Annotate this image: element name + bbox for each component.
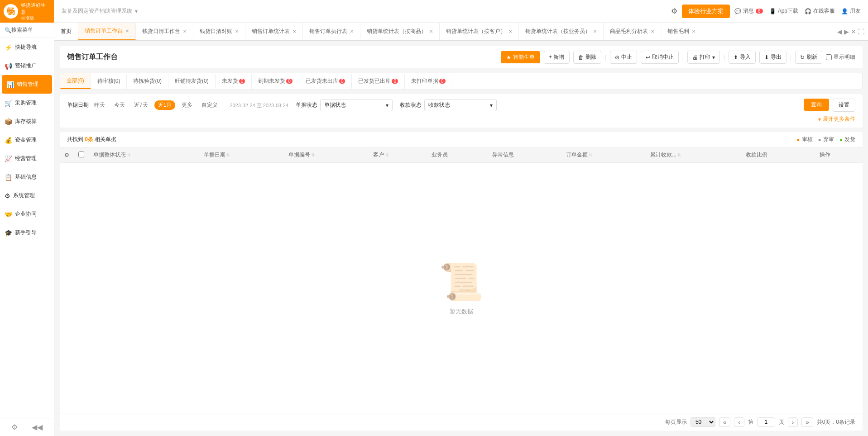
subtab-shipped-out[interactable]: 已发货已出库0 [352,74,405,89]
refresh-button[interactable]: ↻ 刷新 [795,51,822,64]
tab-sales-stats-staff[interactable]: 销货单统计表（按业务员） ✕ [519,23,604,40]
user-action[interactable]: 👤 用友 [841,7,861,15]
subtab-pending-check[interactable]: 待拣验货(0) [127,74,168,89]
status-select[interactable]: 单据状态 ▾ [320,99,393,111]
number-sort-icon[interactable]: ⇅ [311,152,315,157]
first-page-button[interactable]: « [719,417,730,427]
customer-sort-icon[interactable]: ⇅ [385,152,388,157]
dropdown-icon[interactable]: ▾ [135,8,138,14]
tab-close-sales-order-stats[interactable]: ✕ [293,29,296,34]
collapse-icon[interactable]: ◀◀ [32,423,43,431]
settings-icon[interactable]: ⚙ [11,423,18,431]
tab-nav-right-icon[interactable]: ▶ [844,28,849,35]
sidebar-item-sales[interactable]: 📊 销售管理 [2,75,52,94]
cancel-review-action[interactable]: ● 弃审 [818,136,834,143]
tab-close-product-margin[interactable]: ✕ [651,29,654,34]
export-button[interactable]: ⬇ 导出 [759,51,786,64]
tab-product-margin[interactable]: 商品毛利分析表 ✕ [604,23,661,40]
tab-close-sales-stats-product[interactable]: ✕ [429,29,433,34]
payment-dropdown-icon: ▾ [490,102,493,109]
date-option-1month[interactable]: 近1月 [154,100,176,110]
subtab-wangpu-pending[interactable]: 旺铺待发货(0) [168,74,216,89]
sidebar-item-corp[interactable]: 🤝 企业协同 [0,205,54,223]
date-sort-icon[interactable]: ⇅ [226,152,230,157]
sidebar-item-inventory[interactable]: 📦 库存核算 [0,112,54,131]
sidebar-search[interactable]: 🔍 搜索菜单 [0,23,54,38]
sidebar-item-finance[interactable]: 💰 资金管理 [0,131,54,149]
next-page-button[interactable]: › [788,417,798,427]
smart-gen-button[interactable]: ★ 智能生单 [501,51,540,63]
date-option-today[interactable]: 今天 [111,100,128,110]
date-option-custom[interactable]: 自定义 [199,100,221,110]
ship-action[interactable]: ● 发货 [839,136,855,143]
per-page-select[interactable]: 10 20 50 100 [691,417,715,427]
tab-sales-stats-product[interactable]: 销货单统计表（按商品） ✕ [360,23,440,40]
accumulated-sort-icon[interactable]: ⇅ [677,152,681,157]
review-action[interactable]: ● 审核 [796,136,812,143]
tab-close-sales-gross[interactable]: ✕ [692,29,695,34]
tab-close-all-icon[interactable]: ✕ [851,28,856,35]
import-button[interactable]: ⬆ 导入 [729,51,756,64]
tab-sales-stats-customer[interactable]: 销货单统计表（按客户） ✕ [440,23,519,40]
message-action[interactable]: 💬 消息 6 [734,7,763,15]
date-option-7days[interactable]: 近7天 [131,100,151,110]
tab-close-sales-stats-staff[interactable]: ✕ [593,29,597,34]
select-all-checkbox[interactable] [78,152,84,157]
delete-button[interactable]: 🗑 删除 [573,51,601,64]
print-button[interactable]: 🖨 打印 ▾ [687,51,720,64]
sidebar-item-guide[interactable]: 🎓 新手引导 [0,223,54,242]
stop-button[interactable]: ⊘ 中止 [610,51,637,64]
amount-sort-icon[interactable]: ⇅ [589,152,592,157]
tab-fullscreen-icon[interactable]: ⛶ [858,28,864,35]
tab-sales-order-exec[interactable]: 销售订单执行表 ✕ [303,23,360,40]
tab-home[interactable]: 首页 [54,23,78,40]
status-sort-icon[interactable]: ⇅ [127,152,130,157]
subtab-shipped-not-out[interactable]: 已发货未出库0 [299,74,352,89]
tab-close-cash-reconcile[interactable]: ✕ [235,29,239,34]
sidebar-item-purchase[interactable]: 🛒 采购管理 [0,94,54,112]
tab-cash-reconcile[interactable]: 钱货日清对账 ✕ [193,23,245,40]
sidebar-item-marketing[interactable]: 📢 营销推广 [0,57,54,75]
prev-page-button[interactable]: ‹ [734,417,744,427]
date-option-more[interactable]: 更多 [179,100,195,110]
subtab-pending-review[interactable]: 待审核(0) [91,74,127,89]
tab-close-cash-daily[interactable]: ✕ [183,29,187,34]
query-button[interactable]: 查询 [804,99,829,111]
print-dropdown-icon[interactable]: ▾ [712,54,715,61]
subtab-not-printed[interactable]: 未打印单据0 [405,74,452,89]
tab-nav-left-icon[interactable]: ◀ [837,28,842,35]
tab-sales-order-workbench[interactable]: 销售订单工作台 ✕ [78,23,136,40]
refresh-icon: ↻ [800,54,805,61]
page-input[interactable] [757,417,775,427]
divider2: | [682,54,684,61]
payment-select[interactable]: 收款状态 ▾ [424,99,497,111]
config-icon[interactable]: ⚙ [64,152,69,158]
sidebar-item-system[interactable]: ⚙ 系统管理 [0,186,54,205]
online-service-action[interactable]: 🎧 在线客服 [805,7,835,15]
date-option-yesterday[interactable]: 昨天 [91,100,108,110]
tab-sales-gross[interactable]: 销售毛利 ✕ [661,23,702,40]
tab-close-sales-order-workbench[interactable]: ✕ [125,28,129,33]
subtab-not-shipped[interactable]: 未发货0 [216,74,252,89]
cancel-stop-button[interactable]: ↩ 取消中止 [641,51,679,64]
expand-more-btn[interactable]: ▾ 展开更多条件 [818,115,855,123]
app-download-action[interactable]: 📱 App下载 [769,7,798,15]
sidebar-item-basic[interactable]: 📋 基础信息 [0,168,54,186]
trial-button[interactable]: 体验行业方案 [682,5,730,18]
tab-sales-order-stats[interactable]: 销售订单统计表 ✕ [245,23,303,40]
filter-settings-button[interactable]: 设置 [833,99,855,112]
tab-close-sales-stats-customer[interactable]: ✕ [508,29,512,34]
tab-close-sales-order-exec[interactable]: ✕ [350,29,354,34]
sidebar-item-quick-nav[interactable]: ⚡ 快捷导航 [0,38,54,57]
subtab-overdue-not-shipped[interactable]: 到期未发货0 [252,74,299,89]
show-detail-input[interactable] [826,54,832,60]
add-button[interactable]: + 新增 [544,51,569,64]
sidebar-item-operation[interactable]: 📈 经营管理 [0,149,54,168]
settings-gear-icon[interactable]: ⚙ [671,7,677,15]
tab-cash-daily[interactable]: 钱货日清工作台 ✕ [136,23,193,40]
last-page-button[interactable]: » [801,417,813,427]
operation-icon: 📈 [5,155,12,162]
page-label: 第 [748,418,753,426]
subtab-all[interactable]: 全部(0) [60,73,91,89]
show-detail-checkbox[interactable]: 显示明细 [826,53,855,61]
